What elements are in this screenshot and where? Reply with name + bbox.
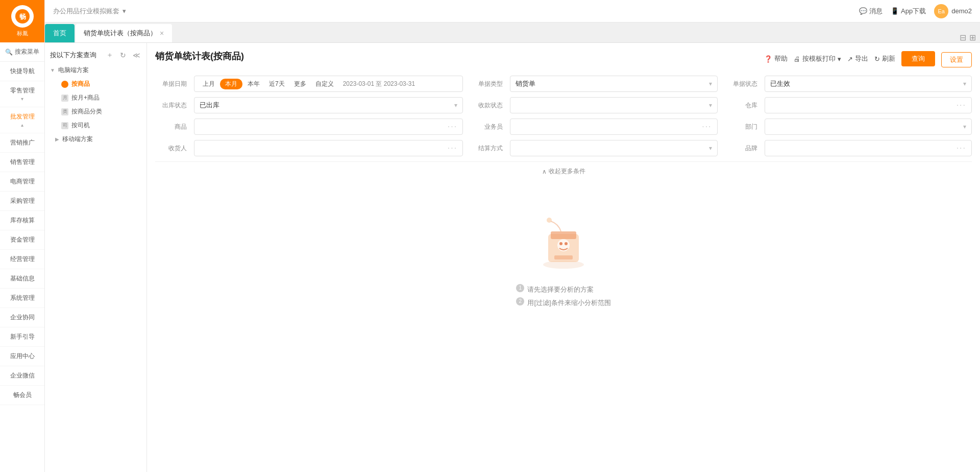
date-custom-btn[interactable]: 自定义 [311,79,338,89]
page-header: 销货单统计表(按商品) ❓ 帮助 🖨 按模板打印 ▾ ↗ 导出 [147,43,980,68]
sidebar-item-wholesale[interactable]: 批发管理 ▴ [0,107,44,133]
refresh-scheme-btn[interactable]: ↻ [118,50,128,60]
doc-type-select[interactable]: 销货单 ▾ [510,76,717,92]
scheme-item-by-printer[interactable]: 司 按司机 [45,119,146,132]
chevron-down-icon: ▾ [963,123,966,130]
sidebar-item-quick-nav[interactable]: 快捷导航 [0,62,44,81]
warehouse-status-select[interactable]: 已出库 ▾ [194,97,463,113]
chevron-up-icon: ∧ [542,168,547,175]
department-select[interactable]: ▾ [765,119,972,135]
more-icon: ··· [957,144,966,153]
search-menu-button[interactable]: 🔍 搜索菜单 [3,45,41,58]
scheme-square-icon: 司 [61,122,68,129]
payment-select[interactable]: ▾ [510,140,717,156]
empty-tips: 1 请先选择要分析的方案 2 用[过滤]条件来缩小分析范围 [516,283,610,310]
more-icon: ··· [702,122,712,131]
setting-button[interactable]: 设置 [941,52,972,67]
logo-icon: 畅 [11,5,34,28]
svg-rect-8 [554,255,573,259]
query-button[interactable]: 查询 [901,51,935,66]
filter-recipient: 收货人 ··· [155,140,463,156]
page-title: 销货单统计表(按商品) [155,50,764,62]
tab-home[interactable]: 首页 [45,24,75,42]
date-7days-btn[interactable]: 近7天 [265,79,289,89]
chevron-down-icon: ▾ [709,145,712,152]
scheme-item-by-month-product[interactable]: 月 按月+商品 [45,91,146,105]
date-more-btn[interactable]: 更多 [290,79,310,89]
user-avatar[interactable]: Ea demo2 [934,4,972,18]
chevron-down-icon: ▾ [963,80,966,87]
sidebar-item-purchase[interactable]: 采购管理 [0,192,44,211]
search-menu-btn[interactable]: 🔍 搜索菜单 [0,42,44,62]
sidebar-item-vip[interactable]: 畅会员 [0,386,44,405]
dropdown-arrow-icon: ▾ [122,7,126,15]
refresh-btn[interactable]: ↻ 刷新 [874,54,895,63]
template-print-btn[interactable]: 🖨 按模板打印 ▾ [794,54,841,63]
doc-status-select[interactable]: 已生效 ▾ [765,76,972,92]
export-icon: ↗ [847,55,853,63]
more-icon: ··· [448,122,457,131]
chevron-up-icon: ▴ [21,122,23,128]
message-btn[interactable]: 💬 消息 [859,7,883,16]
tab-sales-stats[interactable]: 销货单统计表（按商品） × [76,24,172,42]
more-icon: ··· [957,101,966,110]
right-panel: 销货单统计表(按商品) ❓ 帮助 🖨 按模板打印 ▾ ↗ 导出 [147,43,980,472]
scheme-header: 按以下方案查询 ＋ ↻ ≪ [45,47,146,63]
help-btn[interactable]: ❓ 帮助 [764,54,788,63]
sidebar-item-sales[interactable]: 销售管理 [0,153,44,172]
sidebar-item-newbie[interactable]: 新手引导 [0,327,44,347]
print-icon: 🖨 [794,55,800,63]
help-icon: ❓ [764,55,772,63]
tab-close-icon[interactable]: × [160,30,164,37]
filter-receipt-status: 收款状态 ▾ [471,97,717,113]
warehouse-input[interactable]: ··· [765,97,972,113]
tabbar: 首页 销货单统计表（按商品） × ⊟ ⊞ [45,22,980,43]
chevron-down-icon: ▾ [709,80,712,87]
sidebar-item-operations[interactable]: 经营管理 [0,250,44,269]
filter-warehouse-status: 出库状态 已出库 ▾ [155,97,463,113]
collapse-filters-btn[interactable]: ∧ 收起更多条件 [155,164,972,179]
recipient-input[interactable]: ··· [194,140,463,156]
scheme-group-pc-title[interactable]: ▼ 电脑端方案 [45,63,146,77]
empty-state: 1 请先选择要分析的方案 2 用[过滤]条件来缩小分析范围 [155,183,972,340]
scheme-item-by-category[interactable]: 类 按商品分类 [45,105,146,119]
sidebar-item-system[interactable]: 系统管理 [0,289,44,308]
salesman-input[interactable]: ··· [510,119,717,135]
maximize-icon[interactable]: ⊞ [969,33,976,42]
date-this-year-btn[interactable]: 本年 [243,79,264,89]
sidebar-item-inventory[interactable]: 库存核算 [0,211,44,230]
sidebar-item-retail[interactable]: 零售管理 ▾ [0,81,44,107]
filter-doc-status: 单据状态 已生效 ▾ [726,76,972,92]
date-last-month-btn[interactable]: 上月 [199,79,219,89]
receipt-status-select[interactable]: ▾ [510,97,717,113]
filter-payment: 结算方式 ▾ [471,140,717,156]
app-download-btn[interactable]: 📱 App下载 [891,7,926,16]
scheme-group-mobile-title[interactable]: ▶ 移动端方案 [45,132,146,146]
brand-input[interactable]: ··· [765,140,972,156]
content-wrapper: 按以下方案查询 ＋ ↻ ≪ ▼ 电脑端方案 按商品 月 按月+ [45,43,980,472]
svg-rect-4 [551,231,576,239]
sidebar-item-enterprise[interactable]: 企业协同 [0,308,44,327]
add-scheme-btn[interactable]: ＋ [105,50,115,60]
svg-point-7 [565,242,568,245]
sidebar: 畅 标胤 🔍 搜索菜单 快捷导航 零售管理 ▾ 批发管理 ▴ 营销推广 销售管理… [0,0,45,472]
collapse-scheme-btn[interactable]: ≪ [131,50,141,60]
filter-row-4: 收货人 ··· 结算方式 ▾ 品牌 [155,140,972,156]
sidebar-item-basic[interactable]: 基础信息 [0,269,44,289]
minimize-icon[interactable]: ⊟ [960,33,966,42]
date-this-month-btn[interactable]: 本月 [220,79,242,89]
sidebar-item-finance[interactable]: 资金管理 [0,230,44,250]
scheme-square-icon: 类 [61,108,68,115]
scheme-square-icon: 月 [61,95,68,102]
scheme-item-by-product[interactable]: 按商品 [45,77,146,91]
chevron-right-icon: ▶ [55,136,59,142]
filter-brand: 品牌 ··· [726,140,972,156]
sidebar-item-ecommerce[interactable]: 电商管理 [0,172,44,192]
filter-panel: 单据日期 上月 本月 本年 近7天 更多 自定义 2023-03-01 至 20… [147,68,980,472]
sidebar-item-marketing[interactable]: 营销推广 [0,133,44,153]
sidebar-item-apps[interactable]: 应用中心 [0,347,44,366]
sidebar-item-wechat[interactable]: 企业微信 [0,366,44,386]
product-input[interactable]: ··· [194,119,463,135]
scheme-active-icon [61,81,68,88]
export-btn[interactable]: ↗ 导出 [847,54,868,63]
